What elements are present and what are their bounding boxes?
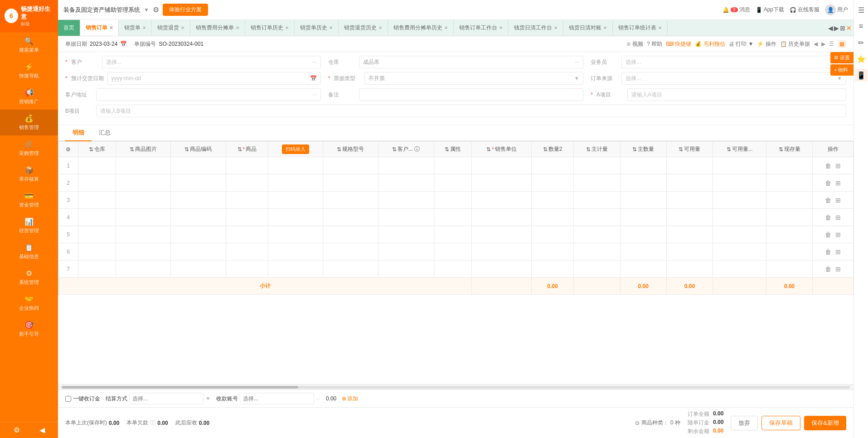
delete-row-icon[interactable]: 🗑 <box>824 162 832 170</box>
tab-sales-order[interactable]: 销售订单 ✕ <box>80 20 119 36</box>
operations-btn[interactable]: ⚡ 操作 <box>757 40 776 48</box>
col-qty2-th[interactable]: ⇅ 数量2 <box>531 142 574 157</box>
col-customer-code-th[interactable]: ⇅ 客户... ⓘ <box>378 142 434 157</box>
tab-close-credit-reconcile[interactable]: ✕ <box>603 25 607 30</box>
tab-close-sales-order[interactable]: ✕ <box>109 25 113 30</box>
user-avatar[interactable]: 👤 用户 <box>825 5 848 15</box>
invoice-type-select[interactable]: 不开票 ▼ <box>364 72 583 85</box>
col-settings-th[interactable]: ⚙ <box>58 142 78 157</box>
tab-close-order-history[interactable]: ✕ <box>285 25 289 30</box>
print-btn[interactable]: 🖨 打印 ▼ <box>729 40 754 48</box>
sidebar-item-system[interactable]: ⚙ 系统管理 <box>0 265 58 290</box>
video-btn[interactable]: ⊙ 视频 <box>626 40 643 48</box>
col-product-image-th[interactable]: ⇅ 商品图片 <box>116 142 171 157</box>
sidebar-item-inventory[interactable]: 📦 库存核算 <box>0 161 58 187</box>
copy-row-icon[interactable]: ⊞ <box>834 265 842 273</box>
save-draft-btn[interactable]: 保存草稿 <box>761 416 800 430</box>
copy-row-icon[interactable]: ⊞ <box>834 196 842 204</box>
detail-tab-summary[interactable]: 汇总 <box>92 125 118 140</box>
history-btn[interactable]: 📋 历史单据 <box>780 40 810 48</box>
app-download-btn[interactable]: 📱 App下载 <box>756 6 784 14</box>
receipt-account-select[interactable] <box>240 393 314 404</box>
layout-list-icon[interactable]: ☰ <box>829 41 834 47</box>
sidebar-item-operations[interactable]: 📊 经营管理 <box>0 213 58 239</box>
right-panel-icon-5[interactable]: 📱 <box>855 69 868 82</box>
notes-input[interactable] <box>359 88 584 101</box>
online-service-btn[interactable]: 🎧 在线客服 <box>790 6 820 14</box>
delete-row-icon[interactable]: 🗑 <box>824 179 832 187</box>
tab-credit-reconcile[interactable]: 钱货日清对账 ✕ <box>563 20 613 36</box>
tab-order-summary[interactable]: 销售订单统计表 ✕ <box>613 20 668 36</box>
tab-close-sales-expense[interactable]: ✕ <box>236 25 239 30</box>
invoice-dropdown-icon[interactable]: ▼ <box>574 75 579 82</box>
tab-sales-expense[interactable]: 销售费用分摊单 ✕ <box>190 20 245 36</box>
settings-topbar-icon[interactable]: ⚙ <box>153 5 159 14</box>
tab-prev-btn[interactable]: ◀ <box>828 24 833 32</box>
table-wrap[interactable]: ⚙ ⇅ 仓库 ⇅ 商品图片 ⇅ 商品编码 ⇅*商品 扫码录入 ⇅ 规格型号 ⇅ … <box>58 141 853 384</box>
col-product-th[interactable]: ⇅*商品 <box>226 142 268 157</box>
tab-close-credit-clear[interactable]: ✕ <box>554 25 558 30</box>
detail-tab-detail[interactable]: 明细 <box>65 125 92 141</box>
sidebar-item-search[interactable]: 🔍 搜索菜单 <box>0 32 58 58</box>
sidebar-item-marketing[interactable]: 📢 营销推广 <box>0 84 58 110</box>
delivery-date-input[interactable]: yyyy-mm-dd 📅 <box>107 72 321 85</box>
nav-prev-icon[interactable]: ◀ <box>814 41 818 47</box>
sidebar-item-quicknav[interactable]: ⚡ 快捷导航 <box>0 58 58 84</box>
sidebar-item-basic[interactable]: 📋 基础信息 <box>0 239 58 265</box>
tab-sales-refund[interactable]: 销货退货 ✕ <box>152 20 190 36</box>
copy-row-icon[interactable]: ⊞ <box>834 231 842 239</box>
tab-close-refund-history[interactable]: ✕ <box>378 25 382 30</box>
tab-credit-clear[interactable]: 钱货日清工作台 ✕ <box>509 20 563 36</box>
col-warehouse-th[interactable]: ⇅ 仓库 <box>78 142 116 157</box>
tab-close-all-btn[interactable]: ✕ <box>846 24 852 32</box>
col-attributes-th[interactable]: ⇅ 属性 <box>434 142 471 157</box>
tab-sales-return[interactable]: 销货单 ✕ <box>119 20 152 36</box>
delete-row-icon[interactable]: 🗑 <box>824 265 832 273</box>
col-available-th[interactable]: ⇅ 可用量 <box>666 142 713 157</box>
calendar-icon[interactable]: 📅 <box>120 41 127 47</box>
col-sales-unit-th[interactable]: ⇅*销售单位 <box>472 142 532 157</box>
a-project-input[interactable]: 请输入A项目 <box>627 88 846 101</box>
sidebar-item-sales[interactable]: 💰 销售管理 <box>0 110 58 135</box>
tab-close-expense-history[interactable]: ✕ <box>444 25 448 30</box>
add-row-btn[interactable]: ⊕ 添加 <box>342 395 358 403</box>
copy-row-icon[interactable]: ⊞ <box>834 179 842 187</box>
col-main-qty-th[interactable]: ⇅ 主数量 <box>620 142 666 157</box>
customer-more-icon[interactable]: ··· <box>312 59 317 65</box>
shortcut-btn[interactable]: ⌨ 快捷键 <box>666 40 691 48</box>
sidebar-item-guide[interactable]: 🎯 新手引导 <box>0 316 58 342</box>
scan-btn[interactable]: 扫码录入 <box>282 144 309 154</box>
right-panel-icon-4[interactable]: ⭐ <box>855 53 868 65</box>
profit-btn[interactable]: 💰 毛利预估 <box>695 40 725 48</box>
col-current-th[interactable]: ⇅ 现存量 <box>766 142 813 157</box>
tab-close-sales-refund[interactable]: ✕ <box>181 25 184 30</box>
tab-close-order-workbench[interactable]: ✕ <box>499 25 503 30</box>
sidebar-item-purchase[interactable]: 🛒 采购管理 <box>0 135 58 161</box>
address-input[interactable]: ··· <box>96 88 321 101</box>
tab-refund-history[interactable]: 销货退货历史 ✕ <box>339 20 388 36</box>
collapse-icon[interactable]: ◀ <box>39 426 45 434</box>
table-scrollbar[interactable] <box>58 384 853 390</box>
dropdown-arrow-icon[interactable]: ▼ <box>144 7 149 13</box>
tab-home[interactable]: 首页 <box>58 20 80 36</box>
col-available2-th[interactable]: ⇅ 可用量... <box>713 142 766 157</box>
order-source-input[interactable]: 选择... ▼ <box>621 72 846 85</box>
sidebar-item-enterprise[interactable]: 🤝 企业协同 <box>0 290 58 316</box>
delete-row-icon[interactable]: 🗑 <box>824 196 832 204</box>
solution-btn[interactable]: 体验行业方案 <box>163 4 208 16</box>
nav-next-icon[interactable]: ▶ <box>821 41 825 47</box>
tab-expense-history[interactable]: 销售费用分摊单历史 ✕ <box>388 20 454 36</box>
notification-btn[interactable]: 🔔 9 消息 <box>723 6 750 14</box>
save-new-btn[interactable]: 保存&新增 <box>804 416 846 430</box>
copy-row-icon[interactable]: ⊞ <box>834 162 842 170</box>
salesman-input[interactable]: 选择... ··· <box>621 56 846 68</box>
tab-next-btn[interactable]: ▶ <box>834 24 839 32</box>
discard-btn[interactable]: 放弃 <box>731 416 758 430</box>
scrollbar-track[interactable] <box>62 386 850 389</box>
payment-dropdown-icon[interactable]: ▼ <box>205 395 211 402</box>
right-panel-icon-2[interactable]: ≡ <box>855 20 868 33</box>
quick-collect-checkbox[interactable]: 一键收订金 <box>65 395 100 403</box>
delete-row-icon[interactable]: 🗑 <box>824 213 832 221</box>
copy-row-icon[interactable]: ⊞ <box>834 213 842 221</box>
col-spec-th[interactable]: ⇅ 规格型号 <box>323 142 378 157</box>
